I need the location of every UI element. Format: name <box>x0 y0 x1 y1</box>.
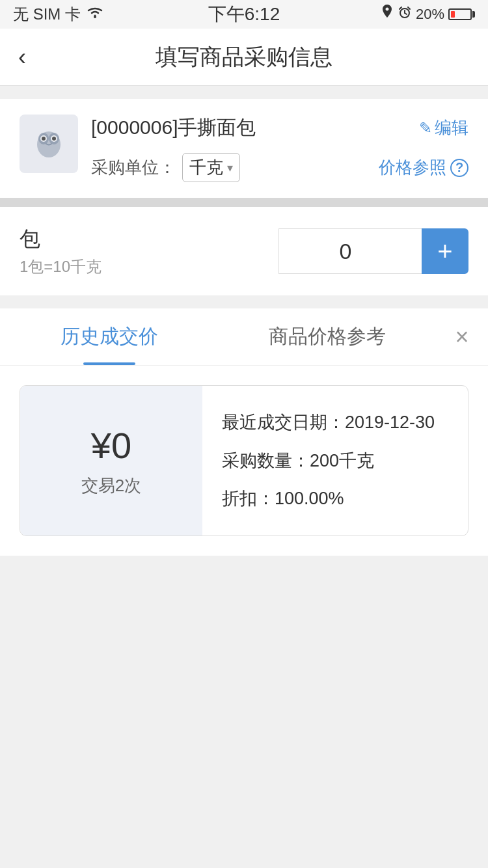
unit-label: 采购单位： <box>91 156 176 179</box>
price-ref-button[interactable]: 价格参照 ? <box>379 156 468 179</box>
quantity-label-group: 包 1包=10千克 <box>20 225 102 277</box>
history-content: ¥0 交易2次 最近成交日期：2019-12-30 采购数量：200千克 折扣：… <box>0 366 488 556</box>
tab-history-label: 历史成交价 <box>61 323 158 350</box>
quantity-conversion: 1包=10千克 <box>20 256 102 277</box>
price-card-right: 最近成交日期：2019-12-30 采购数量：200千克 折扣：100.00% <box>202 386 468 536</box>
back-button[interactable]: ‹ <box>18 44 26 71</box>
nav-bar: ‹ 填写商品采购信息 <box>0 29 488 86</box>
location-icon <box>381 5 394 24</box>
svg-point-10 <box>52 137 56 141</box>
quantity-unit: 包 <box>20 225 102 254</box>
quantity-label: 采购数量： <box>222 451 310 470</box>
tab-price-ref[interactable]: 商品价格参考 <box>218 308 436 365</box>
status-time: 下午6:12 <box>208 2 280 27</box>
price-ref-label: 价格参照 <box>379 156 446 179</box>
price-amount: ¥0 <box>91 424 131 467</box>
svg-point-0 <box>94 16 96 18</box>
discount-label: 折扣： <box>222 489 275 508</box>
price-card: ¥0 交易2次 最近成交日期：2019-12-30 采购数量：200千克 折扣：… <box>20 385 468 536</box>
status-bar: 无 SIM 卡 下午6:12 20% <box>0 0 488 29</box>
quantity-plus-button[interactable]: + <box>422 228 468 274</box>
discount-value: 100.00% <box>275 489 344 508</box>
battery-percent: 20% <box>416 6 444 23</box>
wifi-icon <box>86 5 104 23</box>
alarm-icon <box>398 5 412 23</box>
product-thumbnail <box>20 115 78 173</box>
product-title-row: [0000006]手撕面包 ✎ 编辑 <box>91 115 468 141</box>
tab-price-ref-label: 商品价格参考 <box>269 323 386 350</box>
main-content-background <box>0 556 488 869</box>
quantity-section: 包 1包=10千克 + <box>0 207 488 295</box>
tab-history-price[interactable]: 历史成交价 <box>0 308 218 365</box>
product-details: [0000006]手撕面包 ✎ 编辑 采购单位： 千克 ▾ 价格参照 ? <box>91 115 468 182</box>
product-name: [0000006]手撕面包 <box>91 115 256 141</box>
close-icon: × <box>455 323 468 351</box>
panel-separator <box>0 295 488 308</box>
recent-date-row: 最近成交日期：2019-12-30 <box>222 409 448 436</box>
price-card-left: ¥0 交易2次 <box>20 386 202 536</box>
help-icon: ? <box>450 159 468 177</box>
recent-date-value: 2019-12-30 <box>345 413 435 432</box>
tabs-header: 历史成交价 商品价格参考 × <box>0 308 488 366</box>
tab-active-underline <box>83 362 135 365</box>
quantity-value: 200千克 <box>310 451 374 470</box>
recent-date-label: 最近成交日期： <box>222 413 345 432</box>
price-trade-count: 交易2次 <box>81 474 141 497</box>
unit-row: 采购单位： 千克 ▾ 价格参照 ? <box>91 153 468 182</box>
status-carrier: 无 SIM 卡 <box>13 4 104 25</box>
dropdown-arrow-icon: ▾ <box>227 161 233 175</box>
status-right: 20% <box>381 5 475 24</box>
svg-point-9 <box>42 137 46 141</box>
tab-close-button[interactable]: × <box>436 308 488 365</box>
unit-value: 千克 <box>189 156 223 179</box>
quantity-row: 采购数量：200千克 <box>222 448 448 474</box>
edit-button[interactable]: ✎ 编辑 <box>419 116 468 139</box>
product-image <box>29 122 68 167</box>
edit-label: 编辑 <box>435 116 468 139</box>
unit-select[interactable]: 千克 ▾ <box>182 153 240 182</box>
quantity-input-group: + <box>278 228 468 274</box>
tabs-section: 历史成交价 商品价格参考 × ¥0 交易2次 最近成交日期：2019-12-30… <box>0 308 488 556</box>
quantity-input[interactable] <box>278 228 422 274</box>
discount-row: 折扣：100.00% <box>222 485 448 512</box>
battery-icon <box>448 8 475 20</box>
edit-icon: ✎ <box>419 119 432 137</box>
product-section: [0000006]手撕面包 ✎ 编辑 采购单位： 千克 ▾ 价格参照 ? <box>0 99 488 198</box>
page-title: 填写商品采购信息 <box>156 42 332 72</box>
carrier-text: 无 SIM 卡 <box>13 4 81 25</box>
svg-line-3 <box>405 13 407 14</box>
gray-divider <box>0 198 488 207</box>
